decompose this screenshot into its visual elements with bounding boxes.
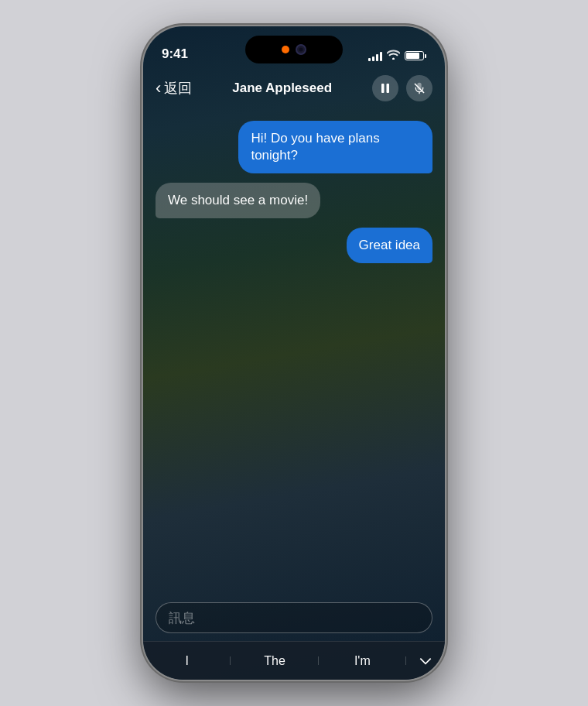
keyboard-hide-button[interactable]	[406, 653, 445, 669]
nav-actions	[372, 75, 432, 101]
message-text-2: We should see a movie!	[168, 193, 308, 207]
dynamic-island	[245, 36, 343, 63]
input-placeholder: 訊息	[169, 609, 195, 627]
back-label: 返回	[164, 79, 192, 98]
pause-button[interactable]	[372, 75, 398, 101]
contact-name: Jane Appleseed	[192, 81, 372, 96]
nav-bar: ‹ 返回 Jane Appleseed	[143, 68, 445, 108]
battery-icon	[405, 51, 426, 60]
message-bubble-2: We should see a movie!	[156, 183, 320, 218]
input-area: 訊息	[143, 595, 445, 641]
predictive-bar: I The I'm	[143, 641, 445, 680]
island-camera	[296, 44, 306, 55]
predictive-item-2[interactable]: The	[231, 654, 318, 668]
back-button[interactable]: ‹ 返回	[156, 78, 192, 98]
message-input[interactable]: 訊息	[156, 602, 432, 633]
wifi-icon	[387, 50, 400, 62]
mute-button[interactable]	[406, 75, 432, 101]
message-text-3: Great idea	[359, 238, 420, 252]
message-text-1: Hi! Do you have plans tonight?	[251, 131, 379, 163]
island-indicator	[282, 46, 289, 53]
message-bubble-1: Hi! Do you have plans tonight?	[238, 121, 432, 173]
phone-frame: 9:41	[143, 26, 445, 680]
signal-icon	[368, 50, 382, 61]
message-bubble-3: Great idea	[347, 228, 432, 263]
predictive-item-1[interactable]: I	[143, 654, 231, 668]
predictive-item-3[interactable]: I'm	[319, 654, 406, 668]
phone-screen: 9:41	[143, 26, 445, 680]
status-icons	[368, 50, 426, 62]
svg-rect-0	[381, 84, 385, 93]
back-chevron: ‹	[156, 78, 161, 98]
chat-area: Hi! Do you have plans tonight? We should…	[143, 108, 445, 579]
svg-rect-1	[387, 84, 390, 93]
